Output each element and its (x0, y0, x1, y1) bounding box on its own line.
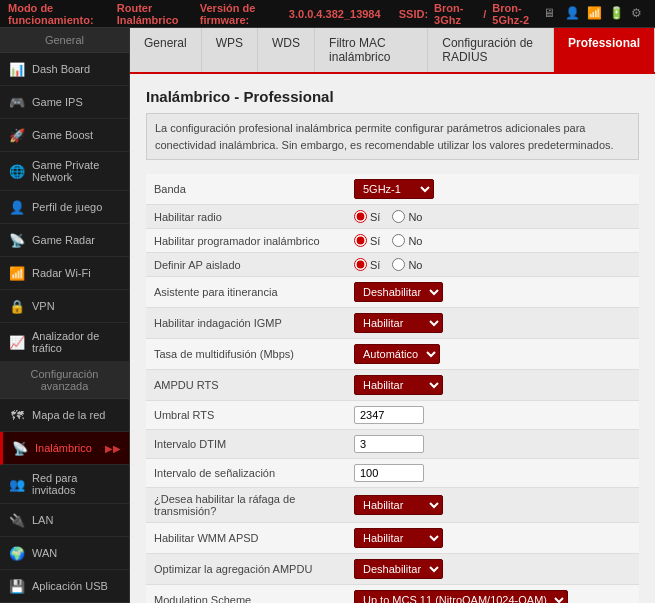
table-row: Tasa de multidifusión (Mbps)Automático12… (146, 339, 639, 370)
sidebar-item-inalambrico[interactable]: 📡 Inalámbrico ▶▶ (0, 432, 129, 465)
sidebar-item-aplicacionusb[interactable]: 💾 Aplicación USB (0, 570, 129, 603)
mode-value[interactable]: Router Inalámbrico (117, 2, 194, 26)
gameips-icon: 🎮 (8, 93, 26, 111)
field-control-12[interactable]: HabilitarDeshabilitar (346, 523, 639, 554)
radio-input-2-0[interactable] (354, 234, 367, 247)
select-0[interactable]: 5GHz-15GHz-22.4GHz (354, 179, 434, 199)
field-control-13[interactable]: DeshabilitarHabilitar (346, 554, 639, 585)
sidebar-label-gameips: Game IPS (32, 96, 83, 108)
sidebar-item-lan[interactable]: 🔌 LAN (0, 504, 129, 537)
tab-general[interactable]: General (130, 28, 202, 72)
sidebar-item-redinvitados[interactable]: 👥 Red para invitados (0, 465, 129, 504)
firmware-value: 3.0.0.4.382_13984 (289, 8, 381, 20)
sidebar-item-gameips[interactable]: 🎮 Game IPS (0, 86, 129, 119)
field-label-2: Habilitar programador inalámbrico (146, 229, 346, 253)
tab-wds[interactable]: WDS (258, 28, 315, 72)
ssid-5g[interactable]: Bron-5Ghz-2 (492, 2, 543, 26)
redinvitados-icon: 👥 (8, 475, 26, 493)
sidebar-item-analizador[interactable]: 📈 Analizador de tráfico (0, 323, 129, 362)
ssid-separator: / (483, 8, 486, 20)
field-control-6[interactable]: Automático125.511 (346, 339, 639, 370)
field-control-9[interactable] (346, 430, 639, 459)
sidebar-item-wan[interactable]: 🌍 WAN (0, 537, 129, 570)
radio-input-2-1[interactable] (392, 234, 405, 247)
tab-filtromac[interactable]: Filtro MAC inalámbrico (315, 28, 428, 72)
field-control-11[interactable]: HabilitarDeshabilitar (346, 488, 639, 523)
sidebar-label-gameboost: Game Boost (32, 129, 93, 141)
sidebar-item-perfildjuego[interactable]: 👤 Perfil de juego (0, 191, 129, 224)
aplicacionusb-icon: 💾 (8, 577, 26, 595)
radio-option-1-1[interactable]: No (392, 210, 422, 223)
select-7[interactable]: HabilitarDeshabilitar (354, 375, 443, 395)
field-control-8[interactable] (346, 401, 639, 430)
text-input-8[interactable] (354, 406, 424, 424)
sidebar-label-gameradar: Game Radar (32, 234, 95, 246)
field-control-2[interactable]: SíNo (346, 229, 639, 253)
table-row: Intervalo de señalización (146, 459, 639, 488)
radio-input-1-1[interactable] (392, 210, 405, 223)
settings-icon[interactable]: ⚙ (631, 6, 647, 22)
sidebar-item-radarwifi[interactable]: 📶 Radar Wi-Fi (0, 257, 129, 290)
main-content: General WPS WDS Filtro MAC inalámbrico C… (130, 28, 655, 603)
radio-input-3-1[interactable] (392, 258, 405, 271)
table-row: ¿Desea habilitar la ráfaga de transmisió… (146, 488, 639, 523)
field-control-7[interactable]: HabilitarDeshabilitar (346, 370, 639, 401)
sidebar-item-dashboard[interactable]: 📊 Dash Board (0, 53, 129, 86)
tab-professional[interactable]: Professional (554, 28, 655, 72)
field-control-3[interactable]: SíNo (346, 253, 639, 277)
field-control-1[interactable]: SíNo (346, 205, 639, 229)
firmware-label: Versión de firmware: (200, 2, 283, 26)
gameprivatenetwork-icon: 🌐 (8, 162, 26, 180)
sidebar-label-analizador: Analizador de tráfico (32, 330, 121, 354)
field-control-0[interactable]: 5GHz-15GHz-22.4GHz (346, 174, 639, 205)
radio-option-2-0[interactable]: Sí (354, 234, 380, 247)
radio-input-1-0[interactable] (354, 210, 367, 223)
radio-option-1-0[interactable]: Sí (354, 210, 380, 223)
select-11[interactable]: HabilitarDeshabilitar (354, 495, 443, 515)
radio-group-2: SíNo (354, 234, 631, 247)
mapa-icon: 🗺 (8, 406, 26, 424)
field-control-4[interactable]: DeshabilitarHabilitar (346, 277, 639, 308)
gameradar-icon: 📡 (8, 231, 26, 249)
sidebar-item-gameradar[interactable]: 📡 Game Radar (0, 224, 129, 257)
field-label-3: Definir AP aislado (146, 253, 346, 277)
radio-option-3-0[interactable]: Sí (354, 258, 380, 271)
tab-radius[interactable]: Configuración de RADIUS (428, 28, 554, 72)
select-6[interactable]: Automático125.511 (354, 344, 440, 364)
table-row: Intervalo DTIM (146, 430, 639, 459)
text-input-10[interactable] (354, 464, 424, 482)
ssid-2g[interactable]: Bron-3Ghz (434, 2, 477, 26)
sidebar-item-gameboost[interactable]: 🚀 Game Boost (0, 119, 129, 152)
page-description: La configuración profesional inalámbrica… (146, 113, 639, 160)
select-4[interactable]: DeshabilitarHabilitar (354, 282, 443, 302)
inalambrico-icon: 📡 (11, 439, 29, 457)
table-row: Habilitar programador inalámbricoSíNo (146, 229, 639, 253)
field-label-8: Umbral RTS (146, 401, 346, 430)
select-13[interactable]: DeshabilitarHabilitar (354, 559, 443, 579)
field-label-10: Intervalo de señalización (146, 459, 346, 488)
sidebar-item-vpn[interactable]: 🔒 VPN (0, 290, 129, 323)
select-14[interactable]: Up to MCS 11 (NitroQAM/1024-QAM)Up to MC… (354, 590, 568, 603)
field-control-5[interactable]: HabilitarDeshabilitar (346, 308, 639, 339)
sidebar-item-mapa[interactable]: 🗺 Mapa de la red (0, 399, 129, 432)
wifi-icon: 📶 (587, 6, 603, 22)
text-input-9[interactable] (354, 435, 424, 453)
field-control-10[interactable] (346, 459, 639, 488)
radio-option-3-1[interactable]: No (392, 258, 422, 271)
table-row: Banda5GHz-15GHz-22.4GHz (146, 174, 639, 205)
field-label-4: Asistente para itinerancia (146, 277, 346, 308)
sidebar-item-gameprivatenetwork[interactable]: 🌐 Game Private Network (0, 152, 129, 191)
table-row: Habilitar WMM APSDHabilitarDeshabilitar (146, 523, 639, 554)
sidebar-label-lan: LAN (32, 514, 53, 526)
field-control-14[interactable]: Up to MCS 11 (NitroQAM/1024-QAM)Up to MC… (346, 585, 639, 604)
table-row: Modulation SchemeUp to MCS 11 (NitroQAM/… (146, 585, 639, 604)
tab-wps[interactable]: WPS (202, 28, 258, 72)
sidebar-label-perfildjuego: Perfil de juego (32, 201, 102, 213)
radio-option-2-1[interactable]: No (392, 234, 422, 247)
radio-group-1: SíNo (354, 210, 631, 223)
field-label-1: Habilitar radio (146, 205, 346, 229)
radio-input-3-0[interactable] (354, 258, 367, 271)
select-12[interactable]: HabilitarDeshabilitar (354, 528, 443, 548)
main-layout: General 📊 Dash Board 🎮 Game IPS 🚀 Game B… (0, 28, 655, 603)
select-5[interactable]: HabilitarDeshabilitar (354, 313, 443, 333)
